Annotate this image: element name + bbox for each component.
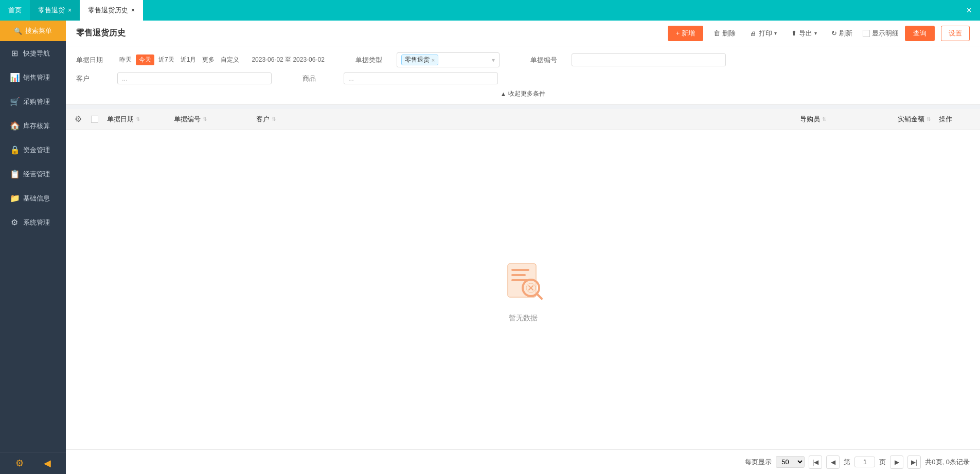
doc-type-dropdown-icon: ▾: [492, 57, 495, 64]
sidebar-item-purchase-mgmt[interactable]: 🛒 采购管理: [0, 89, 66, 114]
main-layout: 🔍 搜索菜单 ⊞ 快捷导航 📊 销售管理 🛒 采购管理 🏠 库存核算 🔒: [0, 21, 980, 474]
page-title: 零售退货历史: [76, 28, 126, 39]
print-icon: 🖨: [750, 29, 757, 37]
date-btn-custom[interactable]: 自定义: [219, 54, 241, 65]
last-page-button[interactable]: ▶|: [907, 455, 921, 469]
refresh-label: 刷新: [839, 29, 852, 38]
export-icon: ⬆: [791, 29, 797, 37]
table-container: ⚙ 单据日期 ⇅ 单据编号 ⇅ 客户 ⇅ 导购员 ⇅: [66, 109, 980, 449]
table-settings-button[interactable]: ⚙: [70, 114, 86, 124]
page-word: 页: [879, 458, 886, 467]
tab-retail-return-close[interactable]: ×: [68, 7, 72, 14]
export-button[interactable]: ⬆ 导出 ▾: [787, 27, 821, 40]
inventory-icon: 🏠: [10, 121, 19, 131]
tab-retail-return-history[interactable]: 零售退货历史 ×: [80, 0, 143, 21]
date-btn-7days[interactable]: 近7天: [156, 54, 176, 65]
collapse-icon: ▲: [501, 90, 507, 98]
sidebar-menu: ⊞ 快捷导航 📊 销售管理 🛒 采购管理 🏠 库存核算 🔒 资金管理 📋: [0, 41, 66, 452]
date-btn-1month[interactable]: 近1月: [179, 54, 199, 65]
refresh-button[interactable]: ↻ 刷新: [827, 27, 857, 40]
page-size-label: 每页显示: [745, 458, 772, 467]
ops-icon: 📋: [10, 169, 19, 179]
th-num[interactable]: 单据编号 ⇅: [170, 115, 252, 124]
window-close-button[interactable]: ×: [966, 6, 972, 15]
customer-label: 客户: [76, 74, 107, 83]
tab-retail-return-history-label: 零售退货历史: [88, 6, 128, 15]
sidebar: 🔍 搜索菜单 ⊞ 快捷导航 📊 销售管理 🛒 采购管理 🏠 库存核算 🔒: [0, 21, 66, 474]
delete-button[interactable]: 🗑 删除: [709, 27, 740, 40]
date-range-display: 2023-06-02 至 2023-06-02: [252, 56, 324, 64]
doc-type-tag: 零售退货 ×: [401, 54, 438, 65]
tab-retail-return-label: 零售退货: [38, 6, 65, 15]
sidebar-item-ops-mgmt[interactable]: 📋 经营管理: [0, 162, 66, 186]
print-button[interactable]: 🖨 打印 ▾: [746, 27, 781, 40]
empty-state-text: 暂无数据: [509, 314, 538, 323]
top-bar: 首页 零售退货 × 零售退货历史 × ×: [0, 0, 980, 21]
sidebar-item-quick-nav[interactable]: ⊞ 快捷导航: [0, 41, 66, 65]
query-button[interactable]: 查询: [905, 26, 935, 41]
table-header: ⚙ 单据日期 ⇅ 单据编号 ⇅ 客户 ⇅ 导购员 ⇅: [66, 109, 980, 130]
svg-rect-1: [511, 269, 529, 271]
collapse-filter-button[interactable]: ▲ 收起更多条件: [501, 89, 546, 98]
first-page-button[interactable]: |◀: [809, 455, 822, 469]
print-dropdown-icon: ▾: [774, 30, 777, 36]
th-date[interactable]: 单据日期 ⇅: [103, 115, 170, 124]
show-detail-toggle[interactable]: 显示明细: [863, 29, 899, 38]
sidebar-item-label: 销售管理: [23, 73, 50, 82]
basic-info-icon: 📁: [10, 193, 19, 203]
setting-button[interactable]: 设置: [941, 26, 970, 41]
show-detail-checkbox[interactable]: [863, 30, 870, 37]
finance-icon: 🔒: [10, 145, 19, 155]
th-guide[interactable]: 导购员 ⇅: [796, 115, 873, 124]
select-all-checkbox[interactable]: [91, 116, 98, 123]
customer-filter-box[interactable]: ...: [117, 72, 272, 84]
purchase-icon: 🛒: [10, 97, 19, 106]
num-sort-icon: ⇅: [203, 116, 207, 122]
refresh-icon: ↻: [831, 29, 837, 37]
new-button[interactable]: + 新增: [668, 26, 703, 41]
tab-retail-return-history-close[interactable]: ×: [131, 7, 135, 14]
guide-sort-icon: ⇅: [822, 116, 826, 122]
header-actions: + 新增 🗑 删除 🖨 打印 ▾ ⬆ 导出 ▾ ↻ 刷新: [668, 26, 970, 41]
doc-type-filter-box[interactable]: 零售退货 × ▾: [397, 52, 500, 67]
sidebar-item-sales-mgmt[interactable]: 📊 销售管理: [0, 65, 66, 89]
sidebar-item-label: 资金管理: [23, 145, 50, 155]
collapse-filter-label: 收起更多条件: [508, 89, 545, 98]
goods-placeholder: ...: [348, 75, 354, 82]
sidebar-item-finance-mgmt[interactable]: 🔒 资金管理: [0, 138, 66, 162]
th-amount[interactable]: 实销金额 ⇅: [873, 115, 935, 124]
doc-num-input[interactable]: [572, 53, 726, 66]
date-shortcuts: 昨天 今天 近7天 近1月 更多 自定义: [117, 54, 241, 65]
next-page-button[interactable]: ▶: [890, 455, 903, 469]
sidebar-item-sys-mgmt[interactable]: ⚙ 系统管理: [0, 210, 66, 234]
table-select-all[interactable]: [86, 116, 103, 123]
tab-home[interactable]: 首页: [0, 0, 30, 21]
th-op: 操作: [935, 115, 976, 124]
goods-label: 商品: [302, 74, 333, 83]
sidebar-item-label: 快捷导航: [23, 49, 50, 58]
sidebar-item-label: 系统管理: [23, 218, 50, 227]
sidebar-item-basic-info[interactable]: 📁 基础信息: [0, 186, 66, 210]
date-sort-icon: ⇅: [136, 116, 140, 122]
top-bar-right: ×: [966, 6, 980, 15]
customer-placeholder: ...: [122, 75, 128, 82]
sidebar-search[interactable]: 🔍 搜索菜单: [0, 21, 66, 41]
sidebar-search-label: 搜索菜单: [25, 26, 52, 35]
page-size-select[interactable]: 10 20 50 100: [776, 456, 805, 468]
sidebar-item-inventory[interactable]: 🏠 库存核算: [0, 114, 66, 138]
date-btn-today[interactable]: 今天: [136, 54, 154, 65]
pagination-bar: 每页显示 10 20 50 100 |◀ ◀ 第 页 ▶ ▶| 共0页, 0条记…: [66, 449, 980, 474]
settings-bottom-button[interactable]: ⚙: [15, 458, 24, 469]
table-body: 暂无数据: [66, 130, 980, 449]
date-btn-yesterday[interactable]: 昨天: [117, 54, 134, 65]
th-customer[interactable]: 客户 ⇅: [252, 115, 796, 124]
doc-type-tag-remove[interactable]: ×: [432, 57, 435, 63]
collapse-sidebar-button[interactable]: ◀: [44, 458, 51, 469]
page-number-input[interactable]: [854, 457, 875, 467]
prev-page-button[interactable]: ◀: [826, 455, 840, 469]
goods-filter-box[interactable]: ...: [344, 72, 498, 84]
tab-retail-return[interactable]: 零售退货 ×: [30, 0, 80, 21]
date-btn-more[interactable]: 更多: [200, 54, 217, 65]
sidebar-item-label: 基础信息: [23, 194, 50, 203]
export-dropdown-icon: ▾: [814, 30, 817, 36]
